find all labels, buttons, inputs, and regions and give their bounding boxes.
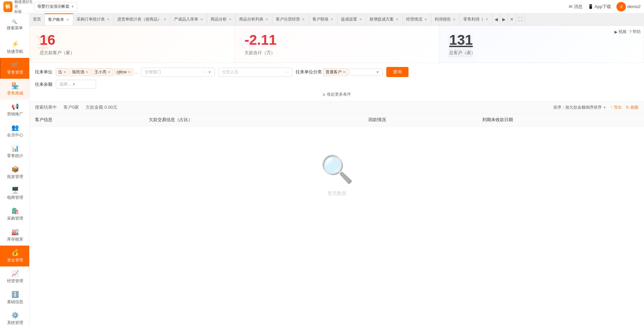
tab-add-promotion[interactable]: 新增提成方案 ✕ <box>366 13 403 26</box>
quick-nav-icon: ⚡ <box>11 40 19 48</box>
table-header: 客户信息 欠款交易信息（占比） 回款情况 到期未收款日期 <box>30 113 644 127</box>
tab-close-customer-contact[interactable]: ✕ <box>330 17 334 22</box>
unit-tag-wang-close[interactable]: ✕ <box>108 70 111 74</box>
tab-home[interactable]: 首页 <box>30 13 45 26</box>
classify-tag-normal: 普通客户 ✕ <box>323 68 348 76</box>
main-content: ¥ 16 总欠款客户（家） ✦ -2.11 欠款合计（万） 🏢 131 总客户（… <box>30 26 644 325</box>
classify-tag-close[interactable]: ✕ <box>343 70 346 74</box>
dept-dropdown[interactable]: 分管部门 ··· ▼ <box>141 68 215 77</box>
unit-tag-wu: 伍 ✕ <box>56 68 69 76</box>
tab-close-promotion-settings[interactable]: ✕ <box>358 17 362 22</box>
tab-promotion-settings[interactable]: 提成设置 ✕ <box>338 13 366 26</box>
sidebar-item-ecommerce[interactable]: 🖥️ 电商管理 <box>0 183 29 204</box>
logo-text: 畅捷通好生意 标版 <box>14 0 33 14</box>
tab-purchase-stats[interactable]: 采购订单统计表 ✕ <box>73 13 114 26</box>
video-btn[interactable]: ▶ 视频 <box>614 29 627 35</box>
refresh-btn[interactable]: ↻ 刷新 <box>626 105 639 110</box>
tab-close-goods-analysis[interactable]: ✕ <box>228 17 232 22</box>
tab-profit-report[interactable]: 利润报告 ✕ <box>431 13 460 26</box>
unit-tag-chen: 陈民强 ✕ <box>70 68 91 76</box>
empty-text: 暂无数据 <box>328 190 346 196</box>
unit-tag-wang: 王小亮 ✕ <box>92 68 113 76</box>
avatar: d <box>616 2 626 11</box>
balance-chevron-icon: ▼ <box>72 82 76 86</box>
tab-close-add-promotion[interactable]: ✕ <box>395 17 399 22</box>
message-icon: ✉ <box>569 4 572 9</box>
sidebar-item-inventory[interactable]: 🏭 库存核算 <box>0 225 29 246</box>
filter-row-1: 往来单位 伍 ✕ 陈民强 ✕ 王小亮 <box>35 67 639 77</box>
sidebar-item-marketing[interactable]: 📢 营销推广 <box>0 100 29 120</box>
unit-tag-more[interactable]: ... <box>134 70 138 74</box>
app-download-btn[interactable]: 📱 App下载 <box>588 4 611 10</box>
unit-tag-wu-close[interactable]: ✕ <box>63 70 66 74</box>
sidebar-item-retail-mgmt[interactable]: 🛒 零售管理 <box>0 58 29 79</box>
tab-prev-btn[interactable]: ◀ <box>492 13 500 26</box>
sidebar-item-purchase[interactable]: 🛍️ 采购管理 <box>0 204 29 225</box>
tab-close-accounts-receivable[interactable]: ✕ <box>66 17 70 22</box>
sidebar-item-operation[interactable]: 📈 经营管理 <box>0 266 29 287</box>
messages-btn[interactable]: ✉ 消息 <box>569 4 583 10</box>
chevron-down-icon: ▼ <box>71 5 74 8</box>
tab-close-operation-status[interactable]: ✕ <box>424 17 428 22</box>
account-selector[interactable]: 母婴行业演示帐套 ▼ <box>34 2 77 11</box>
sidebar-item-basic-info[interactable]: ℹ️ 基础信息 <box>0 287 29 308</box>
tab-close-retail-profit[interactable]: ✕ <box>485 17 489 22</box>
unit-tag-cjttcw-close[interactable]: ✕ <box>128 70 131 74</box>
unit-tag-chen-close[interactable]: ✕ <box>85 70 88 74</box>
tab-close-all-btn[interactable]: ✕ <box>508 13 516 26</box>
classify-group: 往来单位分类 普通客户 ✕ ▼ <box>296 68 383 76</box>
operation-icon: 📈 <box>11 270 19 277</box>
tab-goods-analysis[interactable]: 商品分析 ✕ <box>207 13 236 26</box>
classify-filter-label: 往来单位分类 <box>296 69 322 75</box>
user-profile[interactable]: d demo2 <box>616 2 641 11</box>
tab-next-btn[interactable]: ▶ <box>500 13 508 26</box>
tab-close-customer-tier[interactable]: ✕ <box>301 17 305 22</box>
tab-close-profit-report[interactable]: ✕ <box>452 17 456 22</box>
tab-customer-tier[interactable]: 客户分层经营 ✕ <box>272 13 309 26</box>
sidebar-item-retail-stats[interactable]: 📊 零售统计 <box>0 141 29 162</box>
top-bar: 畅 畅捷通好生意 标版 母婴行业演示帐套 ▼ ✉ 消息 📱 App下载 d de… <box>0 0 644 13</box>
customer-count: 客户0家 <box>63 104 79 110</box>
sidebar-item-system[interactable]: ⚙️ 系统管理 <box>0 308 29 325</box>
balance-filter-label: 往来余额 <box>35 81 52 87</box>
sidebar-item-wholesale[interactable]: 📦 批发管理 <box>0 162 29 183</box>
result-bar-right: 排序：按欠款金额倒序排序 ▼ ↑ 导出 ↻ 刷新 <box>553 105 639 110</box>
search-menu-btn[interactable]: 🔍 搜索菜单 <box>2 17 27 34</box>
video-icon: ▶ <box>614 30 617 34</box>
help-btn[interactable]: ? 帮助 <box>629 29 641 35</box>
tab-goods-analysis-list[interactable]: 商品分析列表 ✕ <box>236 13 272 26</box>
staff-input[interactable]: 分管人员 ··· <box>218 68 292 77</box>
classify-dropdown[interactable]: ▼ <box>349 69 383 76</box>
tab-close-purchase-stats[interactable]: ✕ <box>106 17 110 22</box>
wholesale-icon: 📦 <box>11 166 19 173</box>
sort-dropdown[interactable]: 排序：按欠款金额倒序排序 ▼ <box>553 105 606 110</box>
sidebar-item-quick-nav[interactable]: ⚡ 快捷导航 <box>0 37 29 58</box>
col-customer-info: 客户信息 <box>30 113 143 127</box>
tab-operation-status[interactable]: 经营情况 ✕ <box>403 13 431 26</box>
query-button[interactable]: 查询 <box>386 67 409 77</box>
ecommerce-icon: 🖥️ <box>11 186 19 194</box>
tab-close-goods-analysis-list[interactable]: ✕ <box>265 17 269 22</box>
retail-mall-icon: 🏪 <box>11 82 19 89</box>
sort-label: 排序：按欠款金额倒序排序 <box>553 105 602 110</box>
tab-fullscreen-btn[interactable]: ⛶ <box>516 13 525 26</box>
tab-close-inbound-stats[interactable]: ✕ <box>163 17 167 22</box>
tab-customer-contact[interactable]: 客户联络 ✕ <box>309 13 338 26</box>
empty-icon: 🔍 <box>320 153 354 185</box>
help-icon: ? <box>629 30 632 34</box>
balance-select[interactable]: 选择... ▼ <box>56 80 96 89</box>
retail-mgmt-icon: 🛒 <box>11 61 19 69</box>
search-icon: 🔍 <box>12 20 17 24</box>
sidebar-item-member[interactable]: 👥 会员中心 <box>0 120 29 141</box>
tab-accounts-receivable[interactable]: 客户账本 ✕ <box>45 13 73 26</box>
tab-close-product-inbound[interactable]: ✕ <box>200 17 204 22</box>
sidebar-item-capital[interactable]: 💰 资金管理 <box>0 246 29 266</box>
tab-inbound-stats[interactable]: 进货单统计表（按商品） ✕ <box>114 13 171 26</box>
export-btn[interactable]: ↑ 导出 <box>610 105 622 110</box>
sidebar-item-retail-mall[interactable]: 🏪 零售商城 <box>0 79 29 100</box>
tab-retail-profit[interactable]: 零售利润（ ✕ <box>460 13 492 26</box>
collapse-btn[interactable]: ∧ 收起更多条件 <box>35 92 639 97</box>
search-result-label: 搜索结果中 <box>35 104 57 110</box>
tab-product-inbound[interactable]: 产成品入库单 ✕ <box>171 13 207 26</box>
stat-receivable: ✦ -2.11 欠款合计（万） <box>234 26 439 63</box>
